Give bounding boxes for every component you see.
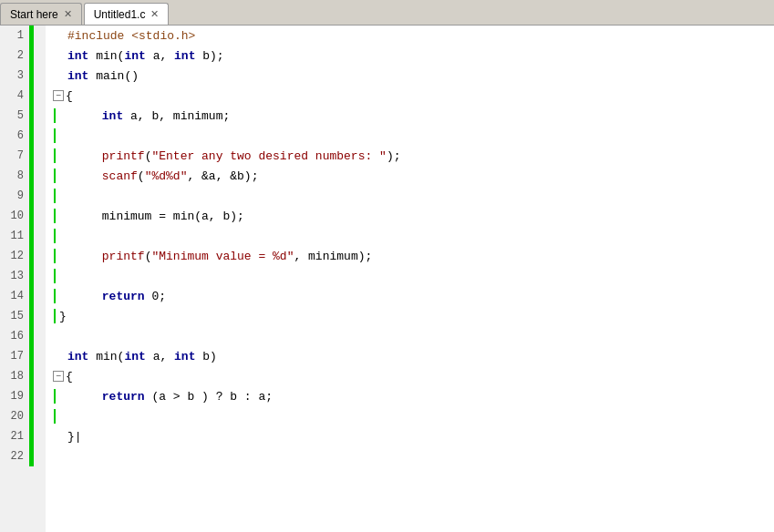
block-indent-line: [54, 309, 56, 323]
line-number: 7: [0, 149, 29, 162]
token-kw: int: [174, 49, 195, 63]
token-plain: minimum = min(a, b);: [102, 210, 244, 223]
code-line: return 0;: [53, 286, 774, 306]
green-bar: [29, 446, 34, 466]
line-number: 6: [0, 129, 29, 142]
block-indent-line: [54, 269, 56, 283]
gutter: 12345678910111213141516171819202122: [0, 26, 46, 532]
line-number: 19: [0, 390, 29, 403]
token-plain: (: [145, 250, 152, 263]
gutter-row: 14: [0, 286, 46, 306]
gutter-row: 19: [0, 386, 46, 406]
gutter-row: 2: [0, 46, 46, 66]
green-bar: [29, 66, 34, 86]
token-plain: main(): [88, 69, 139, 83]
green-bar: [29, 186, 34, 206]
code-line: return (a > b ) ? b : a;: [53, 386, 774, 406]
code-line: [53, 126, 774, 146]
code-line: int min(int a, int b);: [53, 46, 774, 66]
line-number: 10: [0, 210, 29, 222]
tab-start-here[interactable]: Start here✕: [0, 3, 82, 25]
line-number: 12: [0, 250, 29, 262]
tab-close-icon[interactable]: ✕: [64, 9, 72, 19]
token-kw: return: [102, 290, 145, 303]
code-line: [53, 326, 774, 346]
token-kw: int: [102, 109, 123, 123]
line-number: 13: [0, 270, 29, 282]
gutter-row: 8: [0, 166, 46, 186]
block-indent-line: [54, 209, 56, 223]
green-bar: [29, 126, 34, 146]
token-str: "Enter any two desired numbers: ": [151, 149, 386, 163]
code-line: [53, 446, 774, 466]
green-bar: [29, 326, 34, 346]
token-plain: , &a, &b);: [187, 169, 258, 183]
token-pp: #include <stdio.h>: [67, 29, 195, 43]
line-number: 14: [0, 290, 29, 302]
token-kw: int: [124, 350, 145, 363]
token-plain: {: [66, 89, 73, 103]
token-plain: }: [59, 310, 67, 323]
token-fn: printf: [102, 149, 145, 163]
line-number: 3: [0, 69, 29, 82]
line-number: 22: [0, 450, 29, 463]
code-line: [53, 266, 774, 286]
green-bar: [29, 166, 34, 186]
green-bar: [29, 86, 34, 106]
token-plain: b);: [195, 49, 223, 63]
token-kw: int: [67, 350, 88, 363]
code-lines: #include <stdio.h>int min(int a, int b);…: [46, 26, 774, 466]
fold-icon[interactable]: −: [53, 371, 64, 382]
tab-close-icon[interactable]: ✕: [150, 9, 159, 19]
code-line: [53, 186, 774, 206]
green-bar: [29, 366, 34, 386]
gutter-row: 11: [0, 226, 46, 246]
line-number: 21: [0, 430, 29, 443]
green-bar: [29, 106, 34, 126]
line-number: 18: [0, 370, 29, 383]
line-number: 4: [0, 89, 29, 102]
code-line: int main(): [53, 66, 774, 86]
fold-icon[interactable]: −: [53, 90, 64, 101]
line-number: 15: [0, 310, 29, 322]
token-plain: , minimum);: [294, 250, 372, 263]
token-plain: a,: [146, 49, 174, 63]
code-line: printf("Minimum value = %d", minimum);: [53, 246, 774, 266]
green-bar: [29, 246, 34, 266]
code-area: #include <stdio.h>int min(int a, int b);…: [46, 26, 774, 532]
block-indent-line: [54, 289, 56, 303]
gutter-row: 15: [0, 306, 46, 326]
gutter-row: 4: [0, 86, 46, 106]
gutter-row: 21: [0, 426, 46, 446]
line-number: 17: [0, 350, 29, 363]
block-indent-line: [54, 189, 56, 203]
gutter-row: 20: [0, 406, 46, 426]
line-number: 5: [0, 109, 29, 122]
code-line: [53, 406, 774, 426]
code-line: }|: [53, 426, 774, 446]
line-number: 9: [0, 189, 29, 202]
line-number: 20: [0, 410, 29, 423]
token-kw: return: [102, 390, 145, 404]
code-line: minimum = min(a, b);: [53, 206, 774, 226]
token-plain: a, b, minimum;: [123, 109, 230, 123]
gutter-row: 13: [0, 266, 46, 286]
tab-bar: Start here✕Untitled1.c✕: [0, 0, 774, 26]
gutter-row: 6: [0, 126, 46, 146]
code-line: int min(int a, int b): [53, 346, 774, 366]
gutter-row: 22: [0, 446, 46, 466]
block-indent-line: [54, 409, 56, 424]
token-plain: min(: [88, 350, 124, 363]
block-indent-line: [54, 249, 56, 263]
token-plain: 0;: [145, 290, 166, 303]
token-kw: int: [174, 350, 195, 363]
editor: 12345678910111213141516171819202122 #inc…: [0, 26, 774, 532]
code-line: }: [53, 306, 774, 326]
token-plain: {: [66, 370, 73, 384]
gutter-row: 12: [0, 246, 46, 266]
block-indent-line: [54, 108, 56, 123]
tab-untitled1-c[interactable]: Untitled1.c✕: [84, 3, 170, 25]
token-plain: min(: [88, 49, 124, 63]
token-str: "Minimum value = %d": [151, 250, 294, 263]
block-indent-line: [54, 389, 56, 404]
